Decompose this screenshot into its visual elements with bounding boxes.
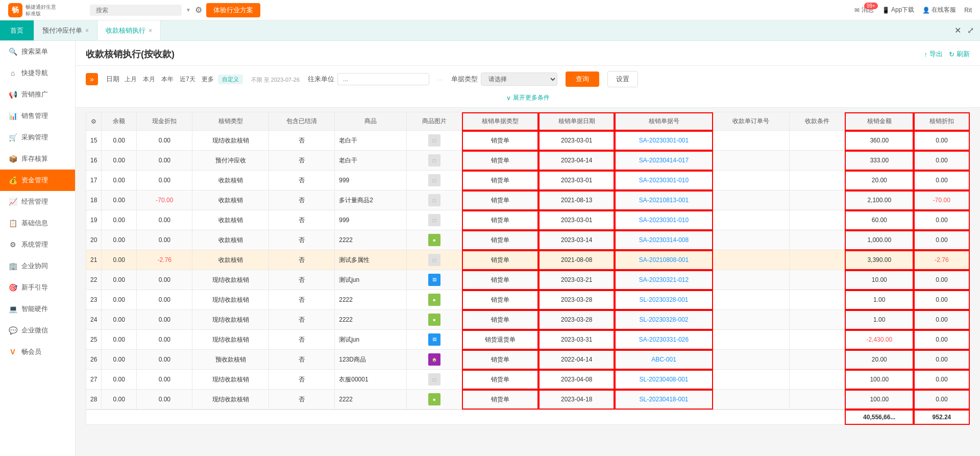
logo-text: 畅捷通好生意 标准版	[26, 4, 56, 17]
cell-product: 衣服00001	[335, 370, 407, 390]
cell-bill-type: 销货单	[462, 390, 538, 410]
cell-bill-date: 2021-08-13	[538, 190, 615, 210]
bill-no-link[interactable]: SL-20230408-001	[639, 376, 688, 383]
cell-writeoff-discount: 0.00	[914, 370, 969, 390]
member-icon: V	[8, 347, 17, 356]
refresh-btn[interactable]: ↻ 刷新	[949, 50, 970, 59]
tab-writeoff[interactable]: 收款核销执行 ×	[97, 20, 161, 40]
cell-bill-no[interactable]: SA-20230414-017	[615, 151, 713, 171]
partner-input[interactable]	[337, 73, 429, 85]
bill-no-link[interactable]: SA-20210808-001	[639, 256, 689, 263]
sidebar-label-enterprise: 企业协同	[21, 261, 48, 271]
bill-no-link[interactable]: SA-20230301-010	[639, 177, 689, 184]
industry-btn[interactable]: 体验行业方案	[206, 3, 260, 17]
th-writeoff-discount: 核销折扣	[914, 112, 969, 131]
cell-amount: 60.00	[845, 210, 914, 230]
cell-bill-no[interactable]: SL-20230328-002	[615, 310, 713, 330]
close-tab-icon[interactable]: ✕	[954, 26, 961, 35]
tab-bar-end: ✕ ⤢	[948, 20, 980, 40]
cell-amount: -2,430.00	[845, 330, 914, 350]
sidebar-item-hardware[interactable]: 💻 智能硬件	[0, 298, 75, 320]
cell-settled: 否	[268, 390, 334, 410]
sidebar-item-shortcut[interactable]: ⌂ 快捷导航	[0, 62, 75, 84]
bill-no-link[interactable]: SL-20230328-001	[639, 296, 688, 303]
message-btn[interactable]: ✉ 消息 99+	[854, 6, 874, 14]
top-search-input[interactable]	[90, 5, 182, 16]
sidebar-label-shortcut: 快捷导航	[21, 68, 48, 78]
cell-bill-no[interactable]: SA-20230301-010	[615, 210, 713, 230]
sidebar-item-wechat[interactable]: 💬 企业微信	[0, 320, 75, 341]
cell-bill-no[interactable]: SL-20230418-001	[615, 390, 713, 410]
app-download-btn[interactable]: 📱 App下载	[882, 6, 914, 14]
tab-close-writeoff[interactable]: ×	[149, 27, 152, 34]
sidebar-item-sales[interactable]: 📊 销售管理	[0, 105, 75, 127]
this-month-btn[interactable]: 本月	[141, 74, 157, 85]
sidebar-item-marketing[interactable]: 📢 营销推广	[0, 84, 75, 105]
custom-btn[interactable]: 自定义	[218, 75, 243, 84]
more-btn[interactable]: 更多	[200, 74, 216, 85]
sidebar-item-member[interactable]: V 畅会员	[0, 341, 75, 363]
cell-bill-no[interactable]: SA-20230314-008	[615, 230, 713, 250]
product-image: □	[428, 174, 440, 186]
cell-writeoff-discount: 0.00	[914, 290, 969, 310]
sidebar-item-purchase[interactable]: 🛒 采购管理	[0, 127, 75, 148]
bill-no-link[interactable]: SA-20230414-017	[639, 157, 689, 164]
sidebar-item-inventory[interactable]: 📦 库存核算	[0, 148, 75, 170]
cell-bill-no[interactable]: SA-20230301-010	[615, 171, 713, 190]
sidebar-item-enterprise[interactable]: 🏢 企业协同	[0, 255, 75, 277]
cell-writeoff-discount: 0.00	[914, 151, 969, 171]
cell-bill-no[interactable]: SA-20230321-012	[615, 270, 713, 290]
sidebar-item-basic[interactable]: 📋 基础信息	[0, 212, 75, 234]
sidebar-item-operations[interactable]: 📈 经营管理	[0, 191, 75, 212]
export-btn[interactable]: ↑ 导出	[924, 50, 943, 59]
page-title: 收款核销执行(按收款)	[86, 48, 175, 60]
maximize-icon[interactable]: ⤢	[967, 26, 974, 35]
bill-no-link[interactable]: SA-20230314-008	[639, 236, 689, 244]
cell-condition	[789, 171, 845, 190]
filter-expand-btn[interactable]: »	[86, 73, 98, 85]
tab-home[interactable]: 首页	[0, 20, 34, 40]
online-service-btn[interactable]: 👤 在线客服	[922, 6, 956, 14]
query-btn[interactable]: 查询	[566, 71, 599, 87]
cell-bill-no[interactable]: ABC-001	[615, 350, 713, 370]
bill-no-link[interactable]: ABC-001	[651, 356, 676, 363]
cell-cash-discount: 0.00	[137, 370, 192, 390]
bill-no-link[interactable]: SL-20230418-001	[639, 396, 688, 403]
cell-product-img: □	[406, 151, 462, 171]
bill-no-link[interactable]: SL-20230328-002	[639, 316, 688, 323]
dropdown-arrow-icon[interactable]: ▼	[186, 7, 191, 13]
cell-balance: 0.00	[102, 210, 137, 230]
cell-order-no	[713, 131, 789, 151]
cell-bill-no[interactable]: SA-20230331-026	[615, 330, 713, 350]
tab-close-prepay[interactable]: ×	[85, 27, 89, 34]
bill-no-link[interactable]: SA-20230301-010	[639, 217, 689, 224]
this-year-btn[interactable]: 本年	[159, 74, 176, 85]
sidebar-item-system[interactable]: ⚙ 系统管理	[0, 234, 75, 255]
last-month-btn[interactable]: 上月	[122, 74, 139, 85]
expand-conditions-btn[interactable]: ∨ 展开更多条件	[506, 93, 550, 102]
filter-settings-btn[interactable]: 设置	[607, 71, 638, 87]
cell-writeoff-discount: 0.00	[914, 171, 969, 190]
cell-bill-no[interactable]: SA-20230301-001	[615, 131, 713, 151]
bill-no-link[interactable]: SA-20230301-001	[639, 137, 689, 144]
th-condition: 收款条件	[789, 112, 845, 131]
table-row: 19 0.00 0.00 收款核销 否 999 □ 销货单 2023-03-01…	[86, 210, 970, 230]
bill-no-link[interactable]: SA-20230331-026	[639, 336, 689, 343]
7days-btn[interactable]: 近7天	[178, 74, 198, 85]
bill-type-label: 单据类型	[451, 75, 478, 84]
cell-product-img: 🏠	[406, 350, 462, 370]
table-row: 25 0.00 0.00 现结收款核销 否 测试jun 🖼 销货退货单 2023…	[86, 330, 970, 350]
gear-icon[interactable]: ⚙	[195, 5, 202, 15]
cell-bill-no[interactable]: SA-20210808-001	[615, 250, 713, 270]
cell-bill-no[interactable]: SA-20210813-001	[615, 190, 713, 210]
cell-bill-no[interactable]: SL-20230408-001	[615, 370, 713, 390]
bill-no-link[interactable]: SA-20210813-001	[639, 197, 689, 204]
sidebar-item-search[interactable]: 🔍 搜索菜单	[0, 41, 75, 62]
tab-prepay[interactable]: 预付冲应付单 ×	[34, 20, 97, 40]
cell-product: 2222	[335, 290, 407, 310]
bill-type-select[interactable]: 请选择	[481, 73, 557, 86]
sidebar-item-guide[interactable]: 🎯 新手引导	[0, 277, 75, 298]
cell-bill-no[interactable]: SL-20230328-001	[615, 290, 713, 310]
sidebar-item-finance[interactable]: 💰 资金管理	[0, 170, 75, 191]
bill-no-link[interactable]: SA-20230321-012	[639, 276, 689, 283]
